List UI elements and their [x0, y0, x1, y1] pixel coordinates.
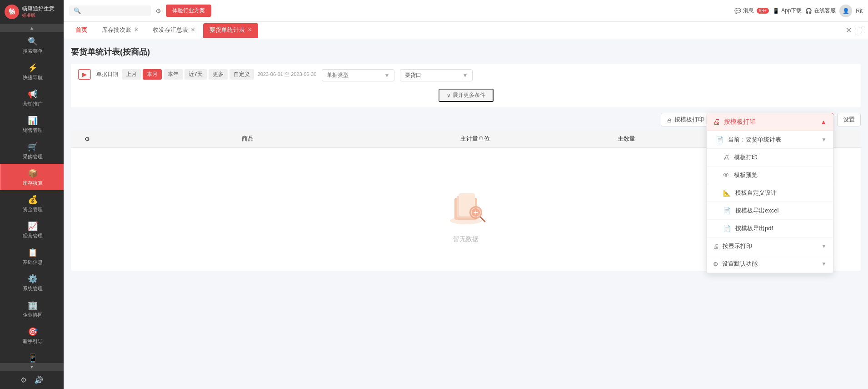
dropdown-title: 按模板打印 — [724, 118, 756, 126]
order-cat-arrow-icon: ▼ — [462, 72, 468, 79]
th-settings[interactable]: ⚙ — [78, 136, 96, 142]
sidebar-item-quick[interactable]: ⚡ 快捷导航 — [0, 58, 64, 85]
trial-button[interactable]: 体验行业方案 — [166, 5, 211, 17]
template-pdf-label: 按模板导出pdf — [735, 224, 773, 232]
date-range: 2023-06-01 至 2023-06-30 — [258, 71, 317, 78]
order-type-select[interactable]: 单据类型 ▼ — [322, 69, 394, 81]
th-qty: 主数量 — [551, 135, 702, 143]
dropdown-template-custom[interactable]: 📐 模板自定义设计 — [707, 184, 833, 202]
dropdown-header: 🖨 按模板打印 ▲ — [707, 113, 833, 131]
date-btn-this-month[interactable]: 本月 — [143, 69, 162, 80]
sidebar-item-operations[interactable]: 📈 经营管理 — [0, 217, 64, 243]
order-cat-label: 要货口 — [405, 71, 421, 79]
dropdown-template-preview[interactable]: 👁 模板预览 — [707, 167, 833, 184]
template-custom-icon: 📐 — [723, 189, 731, 197]
expand-more-button[interactable]: ∨ 展开更多条件 — [439, 89, 494, 102]
date-label: 单据日期 — [96, 71, 118, 78]
sidebar-item-basics[interactable]: 📋 基础信息 — [0, 243, 64, 269]
print-dropdown-panel: 🖨 按模板打印 ▲ 📄 当前：要货单统计表 ▼ 🖨 模板打印 — [706, 113, 833, 273]
sidebar-item-enterprise[interactable]: 🏢 企业协同 — [0, 296, 64, 322]
tab-receipt-summary-label: 收发存汇总表 — [153, 26, 188, 34]
toolbar: 🖨 按模板打印 ▲ 📤 导出 🔄 刷新 ··· 查询 设置 🖨 按模板打 — [71, 113, 861, 126]
dropdown-template-pdf[interactable]: 📄 按模板导出pdf — [707, 220, 833, 237]
user-avatar[interactable]: 👤 — [839, 5, 852, 17]
topbar-app-download[interactable]: 📱 App下载 — [773, 7, 802, 15]
basics-icon: 📋 — [28, 248, 38, 258]
logo-subtitle: 标准版 — [22, 12, 55, 19]
sidebar: 畅 畅康通好生意 标准版 ▲ 🔍 搜索菜单 ⚡ 快捷导航 📢 营销推广 📊 销售… — [0, 0, 64, 389]
topbar-search-box[interactable]: 🔍 — [69, 5, 151, 16]
sales-icon: 📊 — [28, 116, 38, 126]
template-preview-icon: 👁 — [723, 172, 729, 179]
dropdown-template-print[interactable]: 🖨 模板打印 — [707, 149, 833, 167]
tab-close-icon[interactable]: ✕ — [846, 26, 852, 35]
tabs-bar-actions: ✕ ⛶ — [846, 26, 863, 35]
expand-icon: ▶ — [82, 71, 87, 78]
sidebar-item-system[interactable]: ⚙️ 系统管理 — [0, 269, 64, 296]
date-btn-this-year[interactable]: 本年 — [164, 69, 183, 80]
sidebar-scroll-up[interactable]: ▲ — [0, 24, 64, 32]
sidebar-nav: 🔍 搜索菜单 ⚡ 快捷导航 📢 营销推广 📊 销售管理 🛒 采购管理 📦 库存核… — [0, 32, 64, 363]
settings-bottom-icon[interactable]: ⚙ — [20, 376, 27, 384]
tab-order-stats-label: 要货单统计表 — [210, 26, 245, 34]
dropdown-template-excel[interactable]: 📄 按模板导出excel — [707, 202, 833, 220]
purchase-icon: 🛒 — [28, 142, 38, 152]
template-pdf-icon: 📄 — [723, 225, 731, 232]
template-excel-icon: 📄 — [723, 207, 731, 214]
filter-bar: ▶ 单据日期 上月 本月 本年 近7天 更多 自定义 2023-06-01 至 … — [71, 64, 861, 107]
topbar-service[interactable]: 🎧 在线客服 — [805, 7, 836, 15]
appstore-icon: 📱 — [28, 353, 38, 363]
tab-order-stats-close[interactable]: ✕ — [248, 27, 252, 33]
sidebar-item-marketing[interactable]: 📢 营销推广 — [0, 85, 64, 111]
template-excel-label: 按模板导出excel — [735, 207, 778, 215]
service-icon: 🎧 — [805, 8, 812, 14]
guide-icon: 🎯 — [28, 327, 38, 337]
date-btn-last-month[interactable]: 上月 — [122, 69, 141, 80]
tab-receipt-summary[interactable]: 收发存汇总表 ✕ — [146, 23, 201, 38]
sidebar-item-sales[interactable]: 📊 销售管理 — [0, 111, 64, 137]
tab-order-stats[interactable]: 要货单统计表 ✕ — [203, 23, 258, 38]
order-cat-select[interactable]: 要货口 ▼ — [400, 69, 473, 81]
dropdown-collapse-icon[interactable]: ▲ — [820, 118, 827, 126]
tab-receipt-summary-close[interactable]: ✕ — [191, 27, 195, 33]
dropdown-set-default[interactable]: ⚙ 设置默认功能 ▼ — [707, 255, 833, 273]
tab-home-label: 首页 — [75, 26, 87, 34]
sidebar-item-appstore[interactable]: 📱 应用中心 — [0, 349, 64, 363]
th-product: 商品 — [96, 135, 399, 143]
sidebar-item-search[interactable]: 🔍 搜索菜单 — [0, 32, 64, 58]
tab-home[interactable]: 首页 — [69, 23, 94, 38]
username-label: Rit — [856, 8, 863, 14]
date-btn-custom[interactable]: 自定义 — [229, 69, 254, 80]
logo-icon: 畅 — [5, 5, 19, 19]
dropdown-current-template[interactable]: 📄 当前：要货单统计表 ▼ — [707, 131, 833, 149]
date-btn-7days[interactable]: 近7天 — [185, 69, 207, 80]
enterprise-icon: 🏢 — [28, 300, 38, 310]
dropdown-display-print[interactable]: 🖨 按显示打印 ▼ — [707, 237, 833, 255]
sidebar-item-inventory[interactable]: 📦 库存核算 — [0, 164, 64, 190]
date-btn-more[interactable]: 更多 — [209, 69, 228, 80]
sidebar-item-purchase[interactable]: 🛒 采购管理 — [0, 137, 64, 164]
set-default-label: 设置默认功能 — [722, 260, 758, 268]
sidebar-item-guide[interactable]: 🎯 新手引导 — [0, 322, 64, 349]
tab-expand-icon[interactable]: ⛶ — [855, 26, 863, 35]
print-icon: 🖨 — [667, 116, 673, 123]
app-icon: 📱 — [773, 8, 779, 14]
settings-button[interactable]: 设置 — [837, 113, 861, 126]
order-type-arrow-icon: ▼ — [384, 72, 389, 79]
display-print-label: 按显示打印 — [723, 242, 752, 250]
template-print-label: 模板打印 — [734, 153, 758, 162]
tab-inventory-batch[interactable]: 库存批次账 ✕ — [95, 23, 145, 38]
filter-expand-button[interactable]: ▶ — [78, 69, 91, 80]
th-unit: 主计量单位 — [399, 135, 550, 143]
sidebar-item-funds[interactable]: 💰 资金管理 — [0, 190, 64, 217]
sidebar-scroll-down[interactable]: ▼ — [0, 363, 64, 371]
sidebar-logo: 畅 畅康通好生意 标准版 — [0, 0, 64, 24]
page-content: 要货单统计表(按商品) ▶ 单据日期 上月 本月 本年 近7天 更多 自定义 2… — [64, 39, 868, 389]
topbar-search-input[interactable] — [84, 8, 138, 14]
topbar-gear-icon[interactable]: ⚙ — [155, 7, 161, 15]
empty-text: 暂无数据 — [453, 235, 479, 243]
tab-inventory-batch-close[interactable]: ✕ — [134, 27, 138, 33]
volume-icon[interactable]: 🔊 — [34, 376, 43, 384]
message-icon: 💬 — [734, 8, 741, 14]
topbar-message[interactable]: 💬 消息 99+ — [734, 7, 769, 15]
